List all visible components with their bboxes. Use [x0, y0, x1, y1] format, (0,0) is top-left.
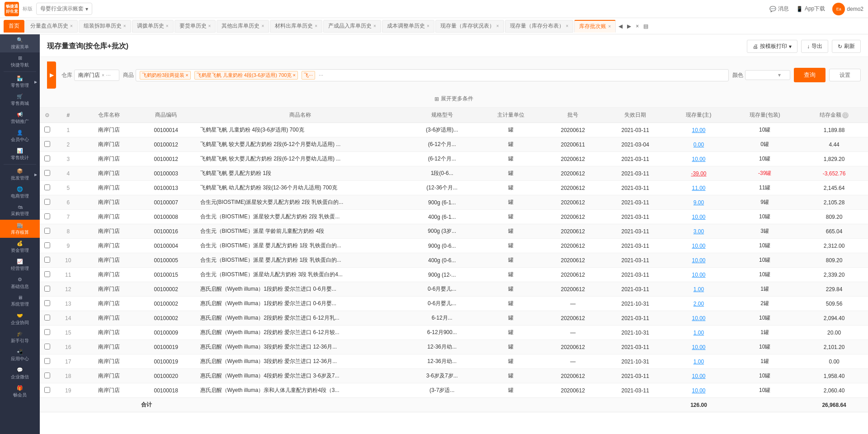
- row-checkbox[interactable]: [44, 242, 50, 248]
- sidebar-item-guide[interactable]: 🎓 新手引导: [0, 328, 40, 346]
- stock-main-link[interactable]: 10.00: [692, 373, 705, 379]
- stock-main-link[interactable]: -39.00: [691, 170, 706, 177]
- tab-split-close[interactable]: ×: [70, 24, 73, 28]
- warehouse-tag-close[interactable]: ×: [102, 73, 104, 78]
- print-btn[interactable]: 🖨 按模板打印 ▾: [747, 40, 797, 53]
- row-checkbox[interactable]: [44, 199, 50, 205]
- row-checkbox[interactable]: [44, 127, 50, 132]
- tab-home[interactable]: 首页: [4, 20, 24, 33]
- sidebar-item-retail-shop[interactable]: 🛒 零售商城: [0, 91, 40, 109]
- tab-batch-query[interactable]: 库存批次账 ×: [574, 20, 616, 33]
- tab-material-out-close[interactable]: ×: [315, 24, 317, 28]
- tab-product-in-close[interactable]: ×: [373, 24, 376, 28]
- stock-main-link[interactable]: 10.00: [692, 272, 705, 278]
- sidebar-item-retail[interactable]: 🏪 零售管理 ▶: [0, 73, 40, 91]
- tab-split[interactable]: 分量盘点单历史 ×: [25, 20, 78, 33]
- setting-btn[interactable]: 设置: [829, 69, 861, 81]
- tab-close-all-btn[interactable]: ×: [634, 23, 641, 29]
- tab-other-out[interactable]: 其他出库单历史 ×: [217, 20, 269, 33]
- tab-next-btn[interactable]: ▶: [625, 23, 633, 29]
- sidebar-item-stock[interactable]: 🏬 库存核算: [0, 220, 40, 238]
- stock-main-link[interactable]: 1.00: [693, 286, 704, 292]
- row-checkbox[interactable]: [44, 228, 50, 234]
- product-tag-1-close[interactable]: ×: [185, 72, 188, 78]
- tab-other-out-close[interactable]: ×: [261, 24, 264, 28]
- row-checkbox[interactable]: [44, 387, 50, 393]
- row-checkbox[interactable]: [44, 358, 50, 364]
- row-checkbox[interactable]: [44, 141, 50, 147]
- sidebar-item-ecommerce[interactable]: 🌐 电商管理: [0, 184, 40, 202]
- stock-main-link[interactable]: 0.00: [693, 142, 704, 148]
- sidebar-item-wholesale[interactable]: 📦 批发管理 ▶: [0, 165, 40, 184]
- sidebar-item-retail-stats[interactable]: 📊 零售统计: [0, 145, 40, 163]
- filter-toggle-btn[interactable]: ▶: [47, 61, 56, 89]
- row-checkbox[interactable]: [44, 213, 50, 219]
- row-checkbox[interactable]: [44, 156, 50, 161]
- query-btn[interactable]: 查询: [794, 68, 826, 82]
- row-checkbox[interactable]: [44, 344, 50, 349]
- stock-main-link[interactable]: 2.00: [693, 301, 704, 307]
- sidebar-item-enterprise-wechat[interactable]: 💬 企业微信: [0, 364, 40, 382]
- tab-disassemble-close[interactable]: ×: [123, 24, 126, 28]
- stock-main-link[interactable]: 10.00: [692, 243, 705, 249]
- row-checkbox[interactable]: [44, 286, 50, 292]
- tab-menu-btn[interactable]: ▤: [642, 23, 650, 29]
- tab-stock-dist[interactable]: 现存量（库存分布表） ×: [505, 20, 574, 33]
- stock-main-link[interactable]: 9.00: [693, 199, 704, 206]
- row-checkbox[interactable]: [44, 300, 50, 306]
- row-checkbox[interactable]: [44, 329, 50, 335]
- sidebar-item-quick-nav[interactable]: ⊞ 快捷导航: [0, 52, 40, 71]
- stock-main-link[interactable]: 1.00: [693, 359, 704, 365]
- row-checkbox[interactable]: [44, 373, 50, 378]
- tab-disassemble[interactable]: 组装拆卸单历史 ×: [79, 20, 131, 33]
- row-checkbox[interactable]: [44, 170, 50, 176]
- row-checkbox[interactable]: [44, 184, 50, 190]
- tab-product-in[interactable]: 产成品入库单历史 ×: [323, 20, 381, 33]
- more-conditions-btn[interactable]: ⊞ 展开更多条件: [434, 95, 473, 103]
- stock-main-link[interactable]: 10.00: [692, 214, 705, 220]
- export-btn[interactable]: ↓ 导出: [801, 40, 828, 53]
- sidebar-item-system[interactable]: 🖥 系统管理: [0, 292, 40, 310]
- balance-info-icon[interactable]: ⓘ: [842, 112, 849, 118]
- row-checkbox[interactable]: [44, 271, 50, 277]
- sidebar-item-basic[interactable]: ⚙ 基础信息: [0, 274, 40, 292]
- tab-mix[interactable]: 调拨单历史 ×: [132, 20, 174, 33]
- tab-stock-status[interactable]: 现存量（库存状况表） ×: [435, 20, 504, 33]
- app-download-btn[interactable]: 📱 App下载: [796, 5, 825, 13]
- row-checkbox[interactable]: [44, 315, 50, 321]
- tab-cost-adj-close[interactable]: ×: [427, 24, 429, 28]
- sidebar-item-enterprise[interactable]: 🤝 企业协同: [0, 310, 40, 328]
- refresh-btn[interactable]: ↻ 刷新: [832, 40, 861, 53]
- sidebar-item-operation[interactable]: 📈 经营管理: [0, 256, 40, 274]
- warehouse-filter-input[interactable]: 南岸门店 × ···: [74, 70, 119, 81]
- sidebar-item-purchase[interactable]: 🛍 采购管理: [0, 202, 40, 220]
- column-settings-icon[interactable]: ⚙: [45, 112, 50, 118]
- tab-require[interactable]: 要货单历史 ×: [175, 20, 216, 33]
- color-filter-input[interactable]: ▾: [745, 70, 790, 80]
- user-profile[interactable]: Ea demo2: [832, 3, 863, 15]
- messages-btn[interactable]: 💬 消息: [769, 5, 789, 13]
- product-tag-2-close[interactable]: ×: [292, 72, 295, 78]
- sidebar-item-app-center[interactable]: 📲 应用中心: [0, 346, 40, 364]
- color-input[interactable]: [749, 72, 776, 78]
- tab-stock-dist-close[interactable]: ×: [566, 24, 569, 28]
- stock-main-link[interactable]: 10.00: [692, 156, 705, 162]
- sidebar-item-marketing[interactable]: 📢 营销推广: [0, 109, 40, 127]
- tab-mix-close[interactable]: ×: [166, 24, 169, 28]
- stock-main-link[interactable]: 10.00: [692, 127, 705, 133]
- tab-material-out[interactable]: 材料出库单历史 ×: [270, 20, 322, 33]
- tab-cost-adj[interactable]: 成本调整单历史 ×: [382, 20, 434, 33]
- product-filter-input[interactable]: 飞鹤奶粉3段两提装 × 飞鹤星飞帆 儿童奶粉 4段(3-6岁适用) 700克 ×…: [136, 69, 729, 81]
- stock-main-link[interactable]: 11.00: [692, 185, 705, 191]
- tab-prev-btn[interactable]: ◀: [617, 23, 624, 29]
- tab-stock-status-close[interactable]: ×: [496, 24, 499, 28]
- stock-main-link[interactable]: 10.00: [692, 315, 705, 321]
- sidebar-item-search[interactable]: 🔍 搜索英单: [0, 34, 40, 52]
- stock-main-link[interactable]: 3.00: [693, 228, 704, 235]
- stock-main-link[interactable]: 10.00: [692, 387, 705, 394]
- tab-require-close[interactable]: ×: [208, 24, 211, 28]
- sidebar-item-finance[interactable]: 💰 资金管理: [0, 238, 40, 256]
- stock-main-link[interactable]: 1.00: [693, 330, 704, 336]
- stock-main-link[interactable]: 10.00: [692, 257, 705, 264]
- account-selector[interactable]: 母婴行业演示账套 ▾: [36, 3, 92, 15]
